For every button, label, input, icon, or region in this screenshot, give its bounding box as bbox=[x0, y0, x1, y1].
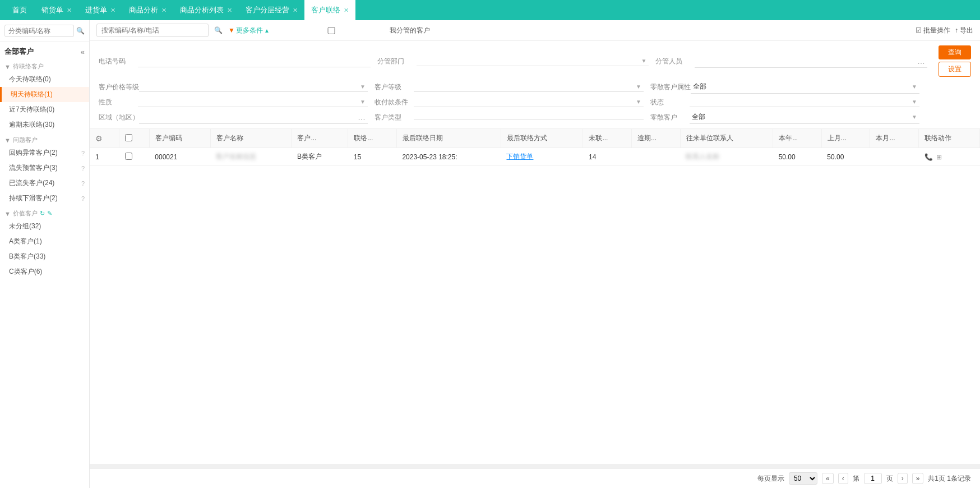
col-checkbox[interactable] bbox=[119, 129, 150, 148]
sidebar-item-ungrouped[interactable]: 未分组(32) bbox=[0, 219, 89, 234]
last-page-button[interactable]: » bbox=[912, 473, 924, 484]
row-checkbox[interactable] bbox=[125, 153, 132, 160]
prev-page-button[interactable]: ‹ bbox=[838, 473, 848, 484]
table-footer: 每页显示 50 100 200 « ‹ 第 页 › » 共1页 1条记录 bbox=[90, 468, 980, 488]
cell-name: 客户名称信息 bbox=[210, 148, 292, 166]
batch-operation-btn[interactable]: ☑ 批量操作 bbox=[916, 26, 950, 35]
sidebar-item-tomorrow-contact[interactable]: 明天待联络(1) bbox=[0, 87, 89, 102]
dept-select[interactable]: ▼ bbox=[417, 56, 649, 66]
nav-tab-analysis-list[interactable]: 商品分析列表 ✕ bbox=[173, 0, 239, 20]
sidebar-item-class-a[interactable]: A类客户(1) bbox=[0, 234, 89, 249]
query-button[interactable]: 查询 bbox=[939, 45, 971, 59]
cell-contact-count: 15 bbox=[348, 148, 397, 166]
settings-icon[interactable]: ⚙ bbox=[95, 134, 103, 143]
nav-tab-sales[interactable]: 销货单 ✕ bbox=[35, 0, 78, 20]
sidebar-item-class-c[interactable]: C类客户(6) bbox=[0, 264, 89, 279]
select-all-checkbox[interactable] bbox=[125, 134, 132, 141]
set-button[interactable]: 设置 bbox=[939, 62, 971, 77]
nav-tab-customer-contact[interactable]: 客户联络 ✕ bbox=[304, 0, 355, 20]
col-settings[interactable]: ⚙ bbox=[90, 129, 119, 148]
my-customers-checkbox[interactable] bbox=[275, 27, 387, 34]
sidebar-item-overdue-contact[interactable]: 逾期未联络(30) bbox=[0, 117, 89, 132]
close-icon[interactable]: ✕ bbox=[161, 7, 167, 14]
cell-checkbox[interactable] bbox=[119, 148, 150, 166]
value-group-title: ▼ 价值客户 ↻ ✎ bbox=[0, 206, 89, 219]
collapse-icon[interactable]: « bbox=[81, 48, 85, 56]
nav-tab-analysis[interactable]: 商品分析 ✕ bbox=[122, 0, 173, 20]
filter-right-btns: ☑ 批量操作 ↑ 导出 bbox=[916, 26, 973, 35]
table-row: 1 000021 客户名称信息 B类客户 15 2023-05-23 18:25… bbox=[90, 148, 980, 166]
cell-last-contact-method[interactable]: 下销货单 bbox=[501, 148, 583, 166]
close-icon[interactable]: ✕ bbox=[293, 7, 298, 14]
more-icon[interactable]: … bbox=[355, 113, 366, 122]
scrollbar[interactable] bbox=[90, 464, 980, 468]
gender-select[interactable]: ▼ bbox=[138, 97, 368, 107]
sidebar-item-repurchase-abnormal[interactable]: 回购异常客户(2) ? bbox=[0, 145, 89, 160]
sidebar-item-today-contact[interactable]: 今天待联络(0) bbox=[0, 72, 89, 87]
more-icon[interactable]: … bbox=[915, 57, 925, 66]
my-customers-filter[interactable]: 我分管的客户 bbox=[275, 26, 430, 35]
filter-row-3: 性质 ▼ 收付款条件 ▼ 状态 bbox=[99, 97, 971, 107]
retail-customer-select[interactable]: 全部 ▼ bbox=[690, 111, 919, 124]
customer-type-select[interactable] bbox=[414, 116, 644, 119]
first-page-button[interactable]: « bbox=[822, 473, 834, 484]
sidebar-search-input[interactable] bbox=[4, 25, 74, 37]
filter-row-1: 电话号码 分管部门 ▼ 分管人员 … bbox=[99, 45, 971, 77]
filter-search-icon[interactable]: 🔍 bbox=[214, 26, 223, 34]
search-input[interactable] bbox=[96, 24, 209, 37]
nav-tab-customer-segment[interactable]: 客户分层经营 ✕ bbox=[239, 0, 304, 20]
next-page-button[interactable]: › bbox=[898, 473, 908, 484]
chevron-down-icon: ▼ bbox=[360, 99, 366, 105]
price-level-field: 客户价格等级 ▼ bbox=[99, 82, 368, 92]
cell-this-month bbox=[870, 148, 919, 166]
sidebar-item-7day-contact[interactable]: 近7天待联络(0) bbox=[0, 102, 89, 117]
phone-input[interactable] bbox=[138, 56, 371, 67]
close-icon[interactable]: ✕ bbox=[67, 7, 72, 14]
sidebar-item-class-b[interactable]: B类客户(33) bbox=[0, 249, 89, 264]
page-number-input[interactable] bbox=[864, 473, 882, 484]
table-header-row: ⚙ 客户编码 客户名称 客户... 联络... 最后联络日期 最后联络方式 未联… bbox=[90, 129, 980, 148]
close-icon[interactable]: ✕ bbox=[344, 7, 349, 14]
filter-row-4: 区域（地区） … 客户类型 零散客户 全部 ▼ bbox=[99, 111, 971, 124]
nav-home[interactable]: 首页 bbox=[4, 0, 35, 20]
price-level-select[interactable]: ▼ bbox=[139, 82, 368, 92]
grid-action-icon[interactable]: ⊞ bbox=[936, 153, 942, 161]
retail-attr-field: 零散客户属性 全部 ▼ bbox=[650, 80, 919, 94]
col-this-month: 本月... bbox=[870, 129, 919, 148]
export-btn[interactable]: ↑ 导出 bbox=[955, 26, 973, 35]
col-overdue: 逾期... bbox=[632, 129, 681, 148]
customer-level-select[interactable]: ▼ bbox=[414, 82, 644, 92]
col-code: 客户编码 bbox=[149, 129, 210, 148]
edit-icon[interactable]: ✎ bbox=[47, 210, 52, 217]
area-select[interactable]: … bbox=[139, 111, 368, 124]
refresh-icon[interactable]: ↻ bbox=[40, 210, 45, 217]
phone-field: 电话号码 bbox=[99, 56, 371, 67]
phone-action-icon[interactable]: 📞 bbox=[924, 153, 933, 161]
close-icon[interactable]: ✕ bbox=[227, 7, 232, 14]
gender-field: 性质 ▼ bbox=[99, 97, 368, 107]
more-conditions-btn[interactable]: ▼ 更多条件 ▲ bbox=[228, 26, 270, 35]
main-layout: 🔍 全部客户 « ▼ 待联络客户 今天待联络(0) 明天待联络(1) 近7天待联… bbox=[0, 20, 980, 488]
sidebar-item-declining[interactable]: 持续下滑客户(2) ? bbox=[0, 191, 89, 206]
cell-category: B类客户 bbox=[292, 148, 348, 166]
sidebar-search-icon[interactable]: 🔍 bbox=[76, 27, 85, 35]
chevron-down-icon: ▼ bbox=[360, 84, 366, 90]
export-icon: ↑ bbox=[955, 26, 958, 34]
col-last-month: 上月... bbox=[821, 129, 870, 148]
retail-attr-select[interactable]: 全部 ▼ bbox=[691, 80, 919, 94]
info-icon: ? bbox=[81, 150, 85, 156]
sidebar-item-churned[interactable]: 已流失客户(24) ? bbox=[0, 176, 89, 191]
status-select[interactable]: ▼ bbox=[690, 97, 919, 107]
filter-row-2: 客户价格等级 ▼ 客户等级 ▼ 零散客户属性 全部 bbox=[99, 80, 971, 94]
pending-group-title: ▼ 待联络客户 bbox=[0, 59, 89, 72]
table-container: ⚙ 客户编码 客户名称 客户... 联络... 最后联络日期 最后联络方式 未联… bbox=[90, 129, 980, 464]
page-size-select[interactable]: 50 100 200 bbox=[789, 472, 817, 485]
nav-tab-purchase[interactable]: 进货单 ✕ bbox=[78, 0, 122, 20]
chevron-down-icon: ▼ bbox=[641, 58, 646, 64]
sidebar-item-churn-warning[interactable]: 流失预警客户(3) ? bbox=[0, 160, 89, 176]
problem-group-title: ▼ 问题客户 bbox=[0, 132, 89, 145]
manager-select[interactable]: … bbox=[695, 55, 927, 68]
close-icon[interactable]: ✕ bbox=[110, 7, 115, 14]
payment-select[interactable]: ▼ bbox=[414, 97, 644, 107]
cell-this-year: 50.00 bbox=[773, 148, 822, 166]
